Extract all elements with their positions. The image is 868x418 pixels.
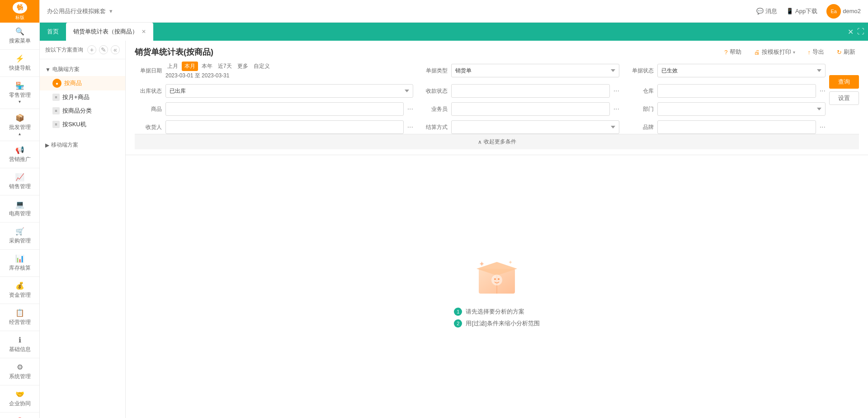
empty-state: ✦ ✦ 1 请先选择要分析的方案 2 用[过滤]条件来缩小分析范围 xyxy=(126,155,868,418)
outstatus-select[interactable]: 已出库 xyxy=(165,84,413,98)
filter-date-field: 单据日期 上月 本月 本年 近7天 更多 自定义 xyxy=(135,62,413,80)
sidebar-item-basic[interactable]: ℹ 基础信息 xyxy=(0,331,39,358)
filter-docstatus-field: 单据状态 已生效 xyxy=(627,64,826,77)
date-picker: 上月 本月 本年 近7天 更多 自定义 2023-03-01 至 2023-03… xyxy=(165,62,413,80)
tree-item-by-month-product[interactable]: ≡ 按月+商品 xyxy=(40,90,125,104)
outstatus-label: 出库状态 xyxy=(135,87,162,95)
docstatus-label: 单据状态 xyxy=(627,67,654,75)
shortcut-year[interactable]: 本年 xyxy=(200,62,214,71)
refresh-button[interactable]: ↻ 刷新 xyxy=(833,46,859,58)
collectstatus-dots[interactable]: ··· xyxy=(613,87,619,95)
purchase-icon: 🛒 xyxy=(15,227,24,236)
date-shortcut-row: 上月 本月 本年 近7天 更多 自定义 xyxy=(165,62,413,71)
filter-staff-field: 业务员 ··· xyxy=(420,102,619,116)
logo-icon: 畅 xyxy=(13,2,27,14)
top-header: 办公用品行业模拟账套 ▾ 💬 消息 📱 App下载 Ea demo2 xyxy=(40,0,868,23)
empty-tip-2: 2 用[过滤]条件来缩小分析范围 xyxy=(454,319,539,328)
shortcut-custom[interactable]: 自定义 xyxy=(252,62,272,71)
warehouse-dots[interactable]: ··· xyxy=(820,87,826,95)
settings-button[interactable]: 设置 xyxy=(829,91,859,105)
print-button[interactable]: 🖨 按模板打印 ▾ xyxy=(750,46,799,58)
filter-dept-field: 部门 xyxy=(627,102,826,116)
tree-item-by-sku[interactable]: ≡ 按SKU机 xyxy=(40,118,125,131)
inventory-icon: 📊 xyxy=(15,254,24,263)
sidebar-item-search-menu[interactable]: 🔍 搜索菜单 xyxy=(0,23,39,50)
query-button[interactable]: 查询 xyxy=(829,75,859,89)
receiver-dots[interactable]: ··· xyxy=(407,123,413,131)
panel-collapse-button[interactable]: « xyxy=(111,45,120,54)
message-button[interactable]: 💬 消息 xyxy=(756,7,777,15)
product-dots[interactable]: ··· xyxy=(407,105,413,113)
sidebar-item-enterprise[interactable]: 🤝 企业协同 xyxy=(0,385,39,413)
filter-collectstatus-field: 收款状态 ··· xyxy=(420,84,619,98)
date-label: 单据日期 xyxy=(135,67,162,75)
tree-section-mobile: ▶ 移动端方案 xyxy=(40,135,125,155)
tree-item-by-product[interactable]: ● 按商品 xyxy=(40,76,125,90)
header-left: 办公用品行业模拟账套 ▾ xyxy=(47,7,113,15)
filter-doctype-field: 单据类型 销货单 xyxy=(420,64,619,77)
tab-fullscreen-icon[interactable]: ⛶ xyxy=(857,28,864,36)
staff-input[interactable] xyxy=(451,102,610,116)
sidebar-item-quick-nav[interactable]: ⚡ 快捷导航 xyxy=(0,50,39,77)
brand-label: 品牌 xyxy=(627,124,654,131)
desktop-group-arrow: ▼ xyxy=(45,66,51,73)
sidebar-item-wholesale[interactable]: 📦 批发管理 ▴ xyxy=(0,109,39,141)
shortcut-more[interactable]: 更多 xyxy=(236,62,250,71)
sidebar-item-retail[interactable]: 🏪 零售管理 ▾ xyxy=(0,77,39,109)
staff-dots[interactable]: ··· xyxy=(613,105,619,113)
sidebar-item-ecommerce[interactable]: 💻 电商管理 xyxy=(0,195,39,223)
doctype-select[interactable]: 销货单 xyxy=(451,64,619,77)
warehouse-input[interactable] xyxy=(657,84,816,98)
export-button[interactable]: ↑ 导出 xyxy=(804,46,828,58)
brand-dots[interactable]: ··· xyxy=(820,123,826,131)
sidebar-item-inventory[interactable]: 📊 库存核算 xyxy=(0,250,39,277)
marketing-icon: 📢 xyxy=(15,146,24,154)
tree-group-desktop[interactable]: ▼ 电脑端方案 xyxy=(40,63,125,76)
doctype-label: 单据类型 xyxy=(420,67,448,75)
tab-close-all-icon[interactable]: ✕ xyxy=(848,28,854,36)
right-panel: 销货单统计表(按商品) ? 帮助 🖨 按模板打印 ▾ ↑ xyxy=(126,41,868,418)
empty-tip-1: 1 请先选择要分析的方案 xyxy=(454,308,539,316)
tab-report[interactable]: 销货单统计表（按商品） ✕ xyxy=(66,23,153,41)
tab-bar-right: ✕ ⛶ xyxy=(848,28,868,36)
sidebar-item-operations[interactable]: 📋 经营管理 xyxy=(0,304,39,331)
product-input[interactable] xyxy=(165,102,404,116)
collectstatus-input[interactable] xyxy=(451,84,610,98)
dept-select[interactable] xyxy=(657,102,826,116)
tree-item-by-product-category[interactable]: ≡ 按商品分类 xyxy=(40,104,125,118)
collapse-arrow-icon: ∧ xyxy=(478,139,482,145)
panel-add-button[interactable]: + xyxy=(87,45,96,54)
sidebar-item-sales[interactable]: 📈 销售管理 xyxy=(0,168,39,195)
payment-select[interactable] xyxy=(451,120,619,134)
shortcut-current-month[interactable]: 本月 xyxy=(182,62,198,71)
header-right: 💬 消息 📱 App下载 Ea demo2 xyxy=(756,4,861,19)
sidebar-item-system[interactable]: ⚙ 系统管理 xyxy=(0,358,39,385)
collapse-row[interactable]: ∧ 收起更多条件 xyxy=(135,134,859,149)
app-download-button[interactable]: 📱 App下载 xyxy=(786,7,817,15)
user-menu[interactable]: Ea demo2 xyxy=(826,4,861,19)
brand-input[interactable] xyxy=(657,120,816,134)
filter-row-1: 单据日期 上月 本月 本年 近7天 更多 自定义 xyxy=(135,62,826,80)
receiver-input[interactable] xyxy=(165,120,404,134)
by-sku-icon: ≡ xyxy=(52,121,60,128)
tab-report-close[interactable]: ✕ xyxy=(142,28,146,35)
help-icon: ? xyxy=(724,49,727,56)
breadcrumb-dropdown-icon[interactable]: ▾ xyxy=(109,8,113,14)
svg-text:✦: ✦ xyxy=(479,260,485,268)
sidebar-item-purchase[interactable]: 🛒 采购管理 xyxy=(0,223,39,250)
message-icon: 💬 xyxy=(756,8,764,14)
tree-group-mobile[interactable]: ▶ 移动端方案 xyxy=(40,138,125,152)
shortcut-7days[interactable]: 近7天 xyxy=(216,62,234,71)
sidebar-item-finance[interactable]: 💰 资金管理 xyxy=(0,277,39,304)
tab-home[interactable]: 首页 xyxy=(40,23,66,41)
help-button[interactable]: ? 帮助 xyxy=(721,46,745,58)
docstatus-select[interactable]: 已生效 xyxy=(657,64,826,77)
print-dropdown-icon[interactable]: ▾ xyxy=(793,50,795,55)
shortcut-last-month[interactable]: 上月 xyxy=(165,62,180,71)
panel-edit-button[interactable]: ✎ xyxy=(99,45,108,54)
sidebar-item-newbie[interactable]: 🎯 新手引导 xyxy=(0,413,39,418)
by-product-category-icon: ≡ xyxy=(52,107,60,114)
enterprise-icon: 🤝 xyxy=(15,390,24,399)
sidebar-item-marketing[interactable]: 📢 营销推广 xyxy=(0,141,39,168)
retail-icon: 🏪 xyxy=(15,81,24,90)
